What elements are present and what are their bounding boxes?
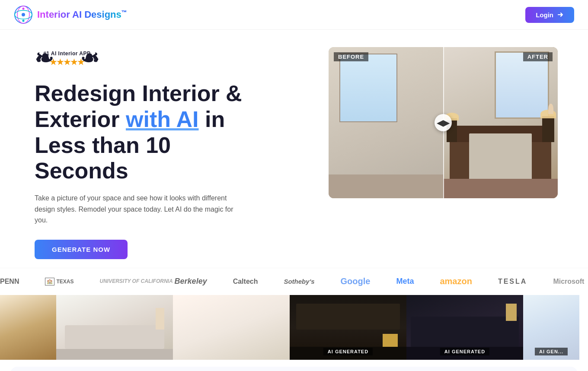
gallery-strip: AI GENERATED AI GENERATEDAI GEN... [0,295,588,360]
laurel-left: ❧ [35,47,54,70]
nav-title: Interior AI Designs™ [37,9,127,20]
gallery-2 [56,295,173,360]
headline-part3: in [198,107,225,132]
hero-section: ❧ ❧ #1 AI Interior APP ★★★★★ Redesign In… [0,30,588,268]
login-label: Login [536,11,553,19]
headline-part5: Seconds [35,158,128,183]
step-section: 1 Select designs to generate for your sp… [10,367,578,371]
headline-part4: Less than 10 [35,133,171,158]
before-label: BEFORE [334,52,368,61]
svg-point-3 [22,13,25,16]
nav-logo-group: Interior AI Designs™ [14,5,127,24]
generate-label: GENERATE NOW [52,246,110,253]
badge-stars: ★★★★★ [50,57,84,67]
gallery-1 [0,295,56,360]
logo-tesla: TESLA [498,278,527,285]
hero-left: ❧ ❧ #1 AI Interior APP ★★★★★ Redesign In… [35,47,268,259]
bedding [469,133,532,183]
logo-caltech: Caltech [233,278,258,285]
logos-track: PENN🏫TEXASUNIVERSITY OF CALIFORNIABerkel… [0,276,588,287]
logo-berkeley: UNIVERSITY OF CALIFORNIABerkeley [99,277,207,286]
hero-headline: Redesign Interior & Exterior with AI in … [35,81,268,184]
logo-penn: PENN [0,278,19,285]
logo-icon [14,5,33,24]
flowers [548,104,553,114]
gallery-6: AI GEN... [523,295,579,360]
navbar: Interior AI Designs™ Login [0,0,588,30]
ai-generated-badge: AI GENERATED [440,348,489,355]
before-after-slider[interactable]: BEFORE ◀▶ AFTER [329,47,558,198]
headline-with-ai: with AI [126,107,199,132]
after-room-art [443,47,558,198]
before-side: BEFORE [329,47,443,198]
logos-strip: PENN🏫TEXASUNIVERSITY OF CALIFORNIABerkel… [0,268,588,295]
award-badge: ❧ ❧ #1 AI Interior APP ★★★★★ [35,47,99,70]
gallery-5: AI GENERATED [406,295,523,360]
award-badge-wrap: ❧ ❧ #1 AI Interior APP ★★★★★ [35,47,268,70]
svg-point-4 [22,8,25,10]
slider-button[interactable]: ◀▶ [435,114,452,131]
gallery-3 [173,295,290,360]
ai-generated-badge: AI GENERATED [323,348,373,355]
after-label: AFTER [523,52,553,61]
generate-button[interactable]: GENERATE NOW [35,240,128,259]
logo-google: Google [341,276,371,286]
ai-generated-badge: AI GEN... [535,348,568,355]
logo-sotheby: Sotheby's [284,278,314,285]
hero-right: BEFORE ◀▶ AFTER [329,47,562,198]
logo-amazon: amazon [440,276,472,286]
arrow-right-icon [557,11,564,18]
before-room-art [329,47,443,198]
svg-point-5 [22,20,25,22]
hero-subtext: Take a picture of your space and see how… [35,193,242,226]
login-button[interactable]: Login [525,7,574,23]
after-side: AFTER [443,47,558,198]
nightstand [542,116,554,142]
laurel-right: ❧ [80,47,99,70]
logo-microsoft: Microsoft [553,278,584,285]
logo-texas: 🏫TEXAS [45,278,74,285]
headline-part2: Exterior [35,107,126,132]
headline-part1: Redesign Interior & [35,81,242,106]
gallery-4: AI GENERATED [290,295,406,360]
logo-meta: Meta [396,277,414,286]
